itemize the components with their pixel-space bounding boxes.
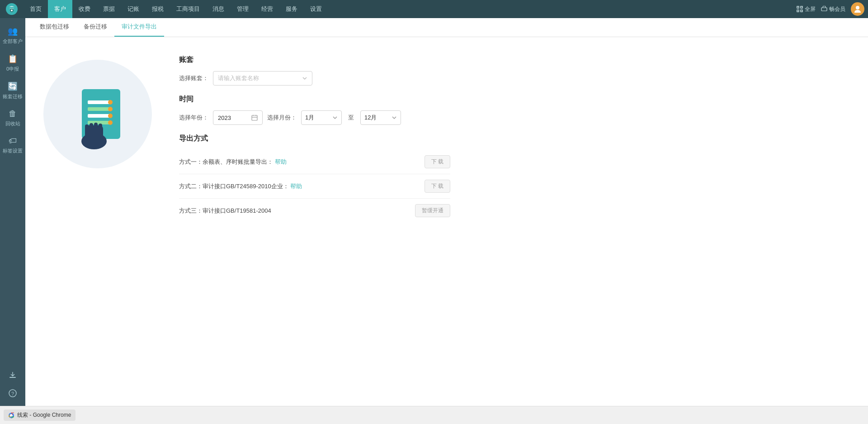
nav-bookkeeping[interactable]: 记账: [121, 0, 146, 18]
nav-tax[interactable]: 报税: [146, 0, 170, 18]
svg-point-20: [108, 120, 113, 125]
section-title-export: 导出方式: [179, 134, 450, 143]
taskbar: 线索 - Google Chrome: [0, 406, 868, 424]
svg-rect-3: [797, 6, 799, 8]
sidebar-item-tag-settings[interactable]: 🏷 标签设置: [0, 132, 25, 159]
method-2-text: 方式二：审计接口GB/T24589-2010企业：: [179, 183, 289, 190]
nav-home[interactable]: 首页: [24, 0, 48, 18]
form-area: 账套 选择账套： 请输入账套名称 时间 选择年份： 2023: [179, 51, 450, 392]
sidebar-label-all-clients: 全部客户: [3, 38, 23, 45]
svg-rect-27: [252, 115, 257, 120]
svg-point-18: [108, 107, 113, 111]
account-select[interactable]: 请输入账套名称: [213, 71, 312, 86]
vip-button[interactable]: 畅会员: [821, 5, 845, 13]
taskbar-chrome-item[interactable]: 线索 - Google Chrome: [4, 410, 75, 421]
svg-point-17: [108, 100, 113, 105]
method-1-text: 方式一：余额表、序时账批量导出：: [179, 158, 273, 165]
chevron-down-month-start-icon: [332, 115, 338, 120]
method-3-coming-soon-button[interactable]: 暂缓开通: [415, 204, 450, 217]
sidebar-label-zero-declare: 0申报: [6, 66, 19, 72]
tag-icon: 🏷: [9, 136, 17, 146]
section-title-account: 账套: [179, 55, 450, 65]
question-sidebar-icon: ?: [8, 389, 17, 398]
svg-rect-13: [88, 100, 110, 104]
svg-rect-25: [94, 123, 98, 133]
month-end-select[interactable]: 12月: [360, 110, 401, 125]
sidebar-label-account-migrate: 账套迁移: [3, 93, 23, 100]
year-value: 2023: [218, 114, 231, 121]
method-1-download-button[interactable]: 下 载: [425, 155, 450, 168]
export-method-2: 方式二：审计接口GB/T24589-2010企业： 帮助 下 载: [179, 174, 450, 199]
illustration-circle: [43, 60, 152, 168]
top-navigation: 首页 客户 收费 票据 记账 报税 工商项目 消息 管理 经营 服务 设置 全屏…: [0, 0, 868, 18]
account-placeholder: 请输入账套名称: [218, 74, 259, 82]
nav-invoice[interactable]: 票据: [97, 0, 121, 18]
to-label: 至: [346, 114, 356, 122]
method-1-help-link[interactable]: 帮助: [275, 158, 287, 165]
section-title-time: 时间: [179, 95, 450, 104]
recycle-icon: 🗑: [9, 109, 17, 119]
nav-service[interactable]: 服务: [279, 0, 304, 18]
zero-declare-icon: 📋: [8, 54, 18, 64]
svg-point-8: [856, 6, 859, 10]
nav-manage[interactable]: 管理: [231, 0, 255, 18]
month-start-select[interactable]: 1月: [301, 110, 342, 125]
nav-message[interactable]: 消息: [206, 0, 231, 18]
account-row: 选择账套： 请输入账套名称: [179, 71, 450, 86]
chevron-down-icon: [302, 76, 307, 81]
sidebar-label-tag: 标签设置: [3, 148, 23, 154]
svg-rect-4: [801, 6, 802, 8]
nav-business[interactable]: 工商项目: [170, 0, 206, 18]
svg-rect-5: [797, 10, 799, 12]
main-wrapper: 👥 全部客户 📋 0申报 🔄 账套迁移 🗑 回收站 🏷 标签设置: [0, 18, 868, 406]
calendar-icon: [251, 114, 258, 121]
download-sidebar-icon: [8, 371, 17, 380]
month-end-value: 12月: [364, 114, 377, 122]
sidebar-bottom-item-2[interactable]: ?: [6, 384, 19, 402]
chrome-icon: [8, 412, 14, 419]
all-clients-icon: 👥: [8, 26, 18, 36]
tab-audit-export[interactable]: 审计文件导出: [114, 18, 164, 37]
sidebar-item-zero-declare[interactable]: 📋 0申报: [0, 49, 25, 77]
method-2-download-button[interactable]: 下 载: [425, 180, 450, 193]
svg-rect-24: [90, 123, 93, 133]
nav-menu: 首页 客户 收费 票据 记账 报税 工商项目 消息 管理 经营 服务 设置: [24, 0, 797, 18]
sidebar-bottom-item-1[interactable]: [6, 366, 19, 384]
svg-rect-6: [801, 10, 802, 12]
svg-rect-15: [88, 114, 110, 118]
time-row: 选择年份： 2023 选择月份： 1月 至 12月: [179, 110, 450, 125]
svg-rect-23: [85, 124, 89, 133]
method-1-label: 方式一：余额表、序时账批量导出： 帮助: [179, 158, 287, 166]
tab-backup-migration[interactable]: 备份迁移: [76, 18, 114, 37]
fullscreen-label: 全屏: [805, 5, 816, 13]
user-avatar[interactable]: [851, 2, 864, 16]
nav-operation[interactable]: 经营: [255, 0, 279, 18]
svg-text:?: ?: [11, 391, 14, 396]
export-method-3: 方式三：审计接口GB/T19581-2004 暂缓开通: [179, 199, 450, 223]
illustration-area: [43, 51, 152, 392]
month-label: 选择月份：: [267, 114, 297, 122]
nav-right-area: 全屏 畅会员: [797, 2, 864, 16]
year-input[interactable]: 2023: [213, 110, 263, 125]
svg-rect-9: [9, 377, 16, 378]
taskbar-chrome-label: 线索 - Google Chrome: [17, 411, 71, 419]
page-content: 账套 选择账套： 请输入账套名称 时间 选择年份： 2023: [25, 37, 868, 406]
fullscreen-button[interactable]: 全屏: [797, 5, 816, 13]
method-2-help-link[interactable]: 帮助: [290, 183, 302, 190]
sidebar-item-all-clients[interactable]: 👥 全部客户: [0, 22, 25, 49]
svg-point-19: [108, 114, 113, 118]
sidebar-item-account-migrate[interactable]: 🔄 账套迁移: [0, 77, 25, 105]
tabs-bar: 数据包迁移 备份迁移 审计文件导出: [25, 18, 868, 37]
audit-illustration: [61, 76, 134, 152]
account-migrate-icon: 🔄: [8, 81, 18, 91]
nav-fee[interactable]: 收费: [72, 0, 97, 18]
sidebar-label-recycle: 回收站: [5, 120, 20, 127]
sidebar-item-recycle[interactable]: 🗑 回收站: [0, 105, 25, 132]
app-logo[interactable]: [4, 1, 20, 17]
svg-point-2: [11, 10, 13, 11]
method-3-text: 方式三：审计接口GB/T19581-2004: [179, 207, 271, 214]
svg-rect-26: [99, 124, 102, 133]
tab-data-migration[interactable]: 数据包迁移: [33, 18, 76, 37]
nav-customer[interactable]: 客户: [48, 0, 72, 18]
nav-settings[interactable]: 设置: [304, 0, 328, 18]
